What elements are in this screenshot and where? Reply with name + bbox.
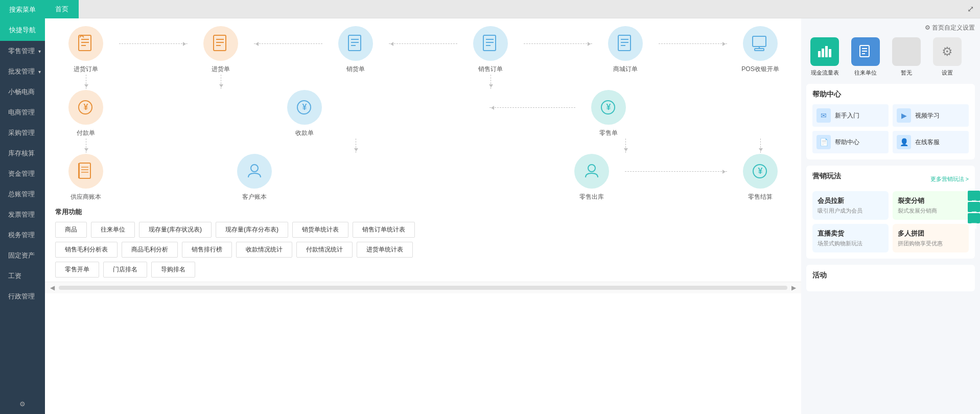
flow-node-supplier-book[interactable]: 供应商账本 (53, 154, 119, 201)
payment-label: 付款单 (77, 129, 95, 137)
flow-node-purchase[interactable]: 进货单 (188, 26, 254, 74)
arrow-icon (119, 43, 188, 44)
member-title: 会员拉新 (818, 196, 883, 205)
chevron-down-icon: ▾ (38, 69, 41, 75)
gear-icon: ⚙ (942, 44, 953, 59)
sidebar-nav-item[interactable]: 快捷导航 (0, 19, 45, 41)
sidebar-item-payroll[interactable]: 工资 (0, 266, 45, 286)
v-down-2-blank3 (727, 137, 794, 154)
v-down-sales-order (457, 74, 524, 90)
btn-stock2[interactable]: 现存量(库存分布表) (216, 222, 288, 238)
sidebar-item-wholesale[interactable]: 批发管理 ▾ (0, 61, 45, 82)
float-btn-service[interactable]: 客服热线 (968, 191, 980, 201)
quick-icons-row: 现金流量表 往来单位 暂无 ⚙ 设置 (806, 37, 975, 77)
marketing-item-member[interactable]: 会员拉新 吸引用户成为会员 (812, 191, 889, 220)
flow-node-customer-book[interactable]: 客户账本 (221, 154, 288, 201)
func-buttons-row3: 零售开单 门店排名 导购排名 (55, 262, 791, 278)
flow-node-retail[interactable]: ¥ 零售单 (575, 90, 642, 137)
flow-node-purchase-order[interactable]: 进货订单 (53, 26, 119, 74)
sidebar-item-ecom[interactable]: 小畅电商 (0, 82, 45, 102)
quick-icon-none[interactable]: 暂无 (888, 37, 925, 77)
marketing-item-group[interactable]: 多人拼团 拼团购物享受优惠 (893, 224, 969, 252)
arrow-icon (524, 43, 592, 44)
sidebar-item-retail[interactable]: 零售管理 ▾ (0, 41, 45, 61)
sidebar-item-invoice[interactable]: 发票管理 (0, 204, 45, 225)
tab-home[interactable]: 首页 (45, 0, 79, 18)
sidebar-item-assets[interactable]: 固定资产 (0, 245, 45, 266)
btn-purchase-stat[interactable]: 进货单统计表 (357, 242, 413, 258)
btn-sales-rank[interactable]: 销售排行榜 (182, 242, 232, 258)
live-desc: 场景式购物新玩法 (818, 240, 883, 247)
marketing-item-live[interactable]: 直播卖货 场景式购物新玩法 (812, 224, 889, 252)
btn-guide-rank[interactable]: 导购排名 (151, 262, 195, 278)
sidebar-item-ecom-mgmt[interactable]: 电商管理 (0, 102, 45, 123)
scroll-left-arrow[interactable]: ◀ (50, 284, 55, 291)
btn-goods[interactable]: 商品 (55, 222, 87, 238)
flow-node-sales[interactable]: 销货单 (322, 26, 389, 74)
none-icon-box (892, 37, 921, 66)
sidebar-item-admin[interactable]: 行政管理 (0, 286, 45, 307)
cashflow-icon-box (810, 37, 839, 66)
arrow-2-3 (254, 26, 322, 44)
btn-gross-profit[interactable]: 销售毛利分析表 (55, 242, 118, 258)
quick-icon-settings[interactable]: ⚙ 设置 (929, 37, 966, 77)
sidebar-item-funds[interactable]: 资金管理 (0, 164, 45, 184)
svg-text:¥: ¥ (606, 103, 611, 111)
sidebar-item-tax[interactable]: 税务管理 (0, 225, 45, 245)
help-item-beginner[interactable]: ✉ 新手入门 (812, 104, 889, 127)
btn-sales-stat[interactable]: 销货单统计表 (292, 222, 348, 238)
sidebar-settings-icon[interactable]: ⚙ (0, 394, 45, 414)
expand-icon[interactable]: ⤢ (961, 0, 980, 18)
btn-payment-stat[interactable]: 付款情况统计 (296, 242, 353, 258)
marketing-item-fission[interactable]: 裂变分销 裂式发展分销商 (893, 191, 969, 220)
horizontal-scrollbar[interactable] (59, 286, 787, 290)
float-buttons: 客服热线 服务社区 桌面快捷 (968, 191, 980, 223)
flow-node-payment[interactable]: ¥ 付款单 (53, 90, 119, 137)
flow-node-receipt[interactable]: ¥ 收款单 (271, 90, 338, 137)
scroll-right-arrow[interactable]: ▶ (791, 284, 796, 291)
pos-icon (743, 26, 778, 61)
down-arrow-icon (86, 75, 86, 89)
float-btn-desktop[interactable]: 桌面快捷 (968, 213, 980, 223)
flow-node-sales-order[interactable]: 销售订单 (457, 26, 524, 74)
quick-icon-cashflow[interactable]: 现金流量表 (806, 37, 843, 77)
help-item-support[interactable]: 👤 在线客服 (893, 131, 969, 153)
help-item-helpcenter[interactable]: 📄 帮助中心 (812, 131, 889, 153)
flow-node-retail-settle[interactable]: ¥ 零售结算 (727, 154, 794, 201)
flow-node-pos[interactable]: POS收银开单 (727, 26, 794, 74)
help-item-video[interactable]: ▶ 视频学习 (893, 104, 969, 127)
quick-icon-partners[interactable]: 往来单位 (847, 37, 884, 77)
sidebar-item-ledger[interactable]: 总账管理 (0, 184, 45, 204)
btn-sales-order-stat[interactable]: 销售订单统计表 (353, 222, 415, 238)
arrow-5-6 (659, 26, 727, 44)
v-down-sales (322, 74, 389, 90)
sidebar-search[interactable]: 搜索菜单 (0, 0, 45, 19)
mall-order-icon (608, 26, 643, 61)
home-settings-link[interactable]: ⚙ 首页自定义设置 (806, 24, 975, 32)
retail-out-label: 零售出库 (579, 193, 604, 201)
gear-icon: ⚙ (19, 400, 26, 408)
help-grid: ✉ 新手入门 ▶ 视频学习 📄 帮助中心 👤 在线客服 (812, 104, 969, 153)
sales-order-icon (473, 26, 508, 61)
svg-rect-20 (753, 36, 766, 47)
btn-store-rank[interactable]: 门店排名 (103, 262, 147, 278)
btn-goods-margin[interactable]: 商品毛利分析 (122, 242, 178, 258)
more-marketing-link[interactable]: 更多营销玩法 > (930, 175, 969, 183)
help-center-section: 帮助中心 ✉ 新手入门 ▶ 视频学习 📄 帮助中心 👤 (806, 84, 975, 159)
sidebar-item-inventory[interactable]: 库存核算 (0, 143, 45, 164)
btn-receipt-stat[interactable]: 收款情况统计 (236, 242, 292, 258)
btn-partners[interactable]: 往来单位 (91, 222, 135, 238)
sidebar-label: 零售管理 (8, 47, 35, 56)
svg-point-35 (588, 165, 595, 172)
pos-label: POS收银开单 (741, 65, 779, 74)
btn-retail-order[interactable]: 零售开单 (55, 262, 99, 278)
settings-icon-box: ⚙ (933, 37, 962, 66)
v-down-purchase (188, 74, 254, 90)
flow-node-mall-order[interactable]: 商城订单 (592, 26, 659, 74)
flow-section: 进货订单 进货单 (45, 18, 801, 201)
float-btn-community[interactable]: 服务社区 (968, 202, 980, 212)
btn-stock1[interactable]: 现存量(库存状况表) (139, 222, 212, 238)
svg-text:¥: ¥ (302, 103, 307, 111)
flow-node-retail-out[interactable]: 零售出库 (558, 154, 625, 201)
sidebar-item-purchase[interactable]: 采购管理 (0, 123, 45, 143)
